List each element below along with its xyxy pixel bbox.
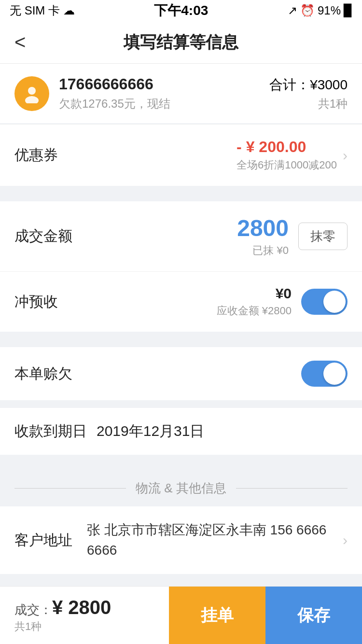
transaction-amount-block: 2800 已抹 ¥0 bbox=[237, 215, 289, 258]
total-label: 合计：¥3000 bbox=[269, 76, 348, 94]
battery-icon: ▉ bbox=[344, 4, 352, 17]
round-button[interactable]: 抹零 bbox=[298, 223, 348, 250]
svg-point-1 bbox=[25, 96, 39, 103]
transaction-right: 2800 已抹 ¥0 抹零 bbox=[237, 215, 348, 258]
customer-phone: 17666666666 bbox=[59, 75, 170, 93]
bottom-deal-label: 成交：¥ 2800 bbox=[14, 597, 154, 618]
prepay-row: 冲预收 ¥0 应收金额 ¥2800 bbox=[0, 272, 362, 332]
back-button[interactable]: < bbox=[14, 31, 43, 53]
coupon-row[interactable]: 优惠券 - ¥ 200.00 全场6折满1000减200 › bbox=[0, 124, 362, 186]
status-bar: 无 SIM 卡 ☁ 下午4:03 ↗ ⏰ 91% ▉ bbox=[0, 0, 362, 21]
transaction-sub: 已抹 ¥0 bbox=[237, 243, 289, 258]
battery-label: 91% bbox=[318, 4, 341, 17]
location-icon: ↗ bbox=[288, 4, 297, 17]
avatar bbox=[14, 76, 49, 111]
gray-divider-3 bbox=[0, 462, 362, 470]
address-label: 客户地址 bbox=[14, 531, 72, 550]
transaction-section: 成交金额 2800 已抹 ¥0 抹零 冲预收 ¥0 应收金额 ¥2800 bbox=[0, 201, 362, 332]
transaction-amount: 2800 bbox=[237, 215, 289, 241]
logistics-label: 物流 & 其他信息 bbox=[136, 480, 226, 497]
logistics-divider: 物流 & 其他信息 bbox=[0, 470, 362, 506]
debt-label: 本单赊欠 bbox=[14, 364, 72, 384]
customer-info: 17666666666 欠款1276.35元，现结 bbox=[59, 75, 170, 112]
content-area: 17666666666 欠款1276.35元，现结 合计：¥3000 共1种 优… bbox=[0, 64, 362, 644]
status-time: 下午4:03 bbox=[154, 1, 208, 20]
prepay-amount-block: ¥0 应收金额 ¥2800 bbox=[217, 285, 292, 318]
divider-line-left bbox=[14, 488, 126, 489]
prepay-toggle[interactable] bbox=[301, 289, 348, 315]
customer-debt: 欠款1276.35元，现结 bbox=[59, 96, 170, 112]
address-chevron-icon: › bbox=[343, 532, 348, 548]
debt-toggle[interactable] bbox=[301, 361, 348, 387]
customer-left: 17666666666 欠款1276.35元，现结 bbox=[14, 75, 170, 112]
prepay-sub: 应收金额 ¥2800 bbox=[217, 304, 292, 318]
status-left: 无 SIM 卡 ☁ bbox=[10, 3, 75, 18]
bottom-count: 共1种 bbox=[14, 619, 154, 634]
customer-right: 合计：¥3000 共1种 bbox=[269, 76, 348, 112]
duedate-label: 收款到期日 bbox=[14, 421, 87, 441]
prepay-right: ¥0 应收金额 ¥2800 bbox=[217, 285, 348, 318]
transaction-label: 成交金额 bbox=[14, 226, 72, 246]
page-title: 填写结算等信息 bbox=[124, 31, 238, 54]
duedate-row: 收款到期日 2019年12月31日 bbox=[0, 408, 362, 455]
prepay-label: 冲预收 bbox=[14, 292, 58, 312]
suspend-button[interactable]: 挂单 bbox=[169, 587, 265, 644]
gray-divider-1 bbox=[0, 194, 362, 201]
divider-line-right bbox=[236, 488, 348, 489]
debt-row: 本单赊欠 bbox=[0, 347, 362, 400]
alarm-icon: ⏰ bbox=[300, 4, 315, 17]
prepay-amount: ¥0 bbox=[217, 285, 292, 302]
customer-row: 17666666666 欠款1276.35元，现结 合计：¥3000 共1种 bbox=[0, 64, 362, 123]
coupon-chevron-icon: › bbox=[343, 147, 348, 164]
save-button[interactable]: 保存 bbox=[265, 587, 362, 644]
coupon-info: - ¥ 200.00 全场6折满1000减200 bbox=[237, 138, 337, 172]
gray-divider-2 bbox=[0, 339, 362, 347]
coupon-label: 优惠券 bbox=[14, 145, 58, 165]
coupon-right: - ¥ 200.00 全场6折满1000减200 › bbox=[237, 138, 348, 172]
transaction-row: 成交金额 2800 已抹 ¥0 抹零 bbox=[0, 201, 362, 272]
svg-point-0 bbox=[28, 87, 36, 95]
nav-bar: < 填写结算等信息 bbox=[0, 21, 362, 64]
address-row[interactable]: 客户地址 张 北京市市辖区海淀区永丰南 156 6666 6666 › bbox=[0, 506, 362, 574]
coupon-desc: 全场6折满1000减200 bbox=[237, 158, 337, 172]
address-value: 张 北京市市辖区海淀区永丰南 156 6666 6666 bbox=[87, 520, 343, 560]
bottom-bar: 成交：¥ 2800 共1种 挂单 保存 bbox=[0, 586, 362, 644]
bottom-amount: ¥ 2800 bbox=[52, 597, 111, 618]
sim-label: 无 SIM 卡 ☁ bbox=[10, 3, 75, 18]
status-right: ↗ ⏰ 91% ▉ bbox=[288, 4, 352, 17]
duedate-value: 2019年12月31日 bbox=[97, 421, 204, 441]
bottom-info: 成交：¥ 2800 共1种 bbox=[0, 597, 169, 634]
total-count: 共1种 bbox=[269, 96, 348, 112]
coupon-amount: - ¥ 200.00 bbox=[237, 138, 337, 156]
